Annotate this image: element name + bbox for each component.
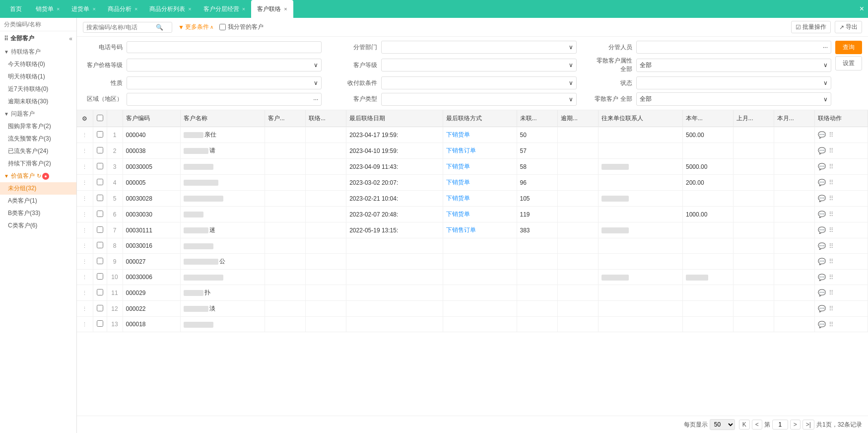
refresh-icon[interactable]: ↻ xyxy=(37,173,41,179)
grid-action-icon[interactable]: ⠿ xyxy=(829,163,834,170)
grid-action-icon[interactable]: ⠿ xyxy=(829,226,834,234)
col-overdue[interactable]: 逾期... xyxy=(557,110,598,127)
sidebar-item-class-b[interactable]: B类客户(33) xyxy=(0,207,76,219)
customer-grade-select[interactable]: ∨ xyxy=(381,59,576,72)
export-btn[interactable]: ↗ 导出 xyxy=(835,21,862,33)
row-settings[interactable]: ⋮ xyxy=(77,191,93,207)
phone-input[interactable] xyxy=(127,41,322,53)
region-select[interactable]: ··· xyxy=(127,93,322,106)
problem-customers-group[interactable]: ▼ 问题客户 xyxy=(0,108,76,120)
sidebar-collapse-icon[interactable]: « xyxy=(69,35,72,42)
row-settings[interactable]: ⋮ xyxy=(77,238,93,254)
col-name[interactable]: 客户名称 xyxy=(180,110,265,127)
grid-action-icon[interactable]: ⠿ xyxy=(829,321,834,328)
row-settings[interactable]: ⋮ xyxy=(77,175,93,191)
sidebar-item-class-c[interactable]: C类客户(6) xyxy=(0,219,76,232)
row-last-contact-method[interactable]: 下销货单 xyxy=(443,207,517,222)
col-unit-contact[interactable]: 往来单位联系人 xyxy=(599,110,683,127)
prev-page-btn[interactable]: < xyxy=(752,420,762,430)
sidebar-item-abnormal[interactable]: 囤购异常客户(2) xyxy=(0,120,76,133)
row-checkbox[interactable] xyxy=(93,207,107,222)
status-select[interactable]: ∨ xyxy=(636,76,831,89)
grid-action-icon[interactable]: ⠿ xyxy=(829,289,834,296)
tab-close-goods[interactable]: × xyxy=(134,6,137,12)
my-customers-filter[interactable]: 我分管的客户 xyxy=(219,23,264,31)
row-settings[interactable]: ⋮ xyxy=(77,301,93,317)
col-last-contact-date[interactable]: 最后联络日期 xyxy=(346,110,443,127)
chat-icon[interactable]: 💬 xyxy=(818,242,826,250)
last-page-btn[interactable]: >| xyxy=(802,420,814,430)
row-checkbox[interactable] xyxy=(93,301,107,317)
chat-icon[interactable]: 💬 xyxy=(818,305,826,312)
row-settings[interactable]: ⋮ xyxy=(77,254,93,270)
sidebar-item-overdue[interactable]: 逾期未联络(30) xyxy=(0,95,76,108)
tab-customer-segment[interactable]: 客户分层经营 × xyxy=(198,0,251,18)
col-no-contact[interactable]: 未联... xyxy=(517,110,557,127)
row-last-contact-method[interactable]: 下销货单 xyxy=(443,191,517,207)
reset-button[interactable]: 设置 xyxy=(835,56,862,71)
grid-action-icon[interactable]: ⠿ xyxy=(829,211,834,218)
tab-close-segment[interactable]: × xyxy=(242,6,245,12)
chat-icon[interactable]: 💬 xyxy=(818,211,826,218)
grid-action-icon[interactable]: ⠿ xyxy=(829,305,834,312)
row-checkbox[interactable] xyxy=(93,175,107,191)
value-customers-group[interactable]: ▼ 价值客户 ↻ ● xyxy=(0,170,76,182)
payment-select[interactable]: ∨ xyxy=(381,76,576,89)
col-code[interactable]: 客户编码 xyxy=(123,110,180,127)
tab-close-all[interactable]: × xyxy=(860,4,864,13)
grid-action-icon[interactable]: ⠿ xyxy=(829,274,834,281)
grid-action-icon[interactable]: ⠿ xyxy=(829,195,834,202)
retail-attr-select[interactable]: 全部 ∨ xyxy=(636,59,831,72)
sidebar-item-7days[interactable]: 近7天待联络(0) xyxy=(0,83,76,95)
more-conditions-btn[interactable]: ▼ 更多条件 ∧ xyxy=(178,23,213,31)
chat-icon[interactable]: 💬 xyxy=(818,321,826,328)
row-checkbox[interactable] xyxy=(93,285,107,301)
grid-action-icon[interactable]: ⠿ xyxy=(829,179,834,186)
tab-goods-analysis[interactable]: 商品分析 × xyxy=(102,0,143,18)
settings-icon[interactable]: ⚙ xyxy=(82,115,87,122)
col-last-month[interactable]: 上月... xyxy=(733,110,774,127)
grid-action-icon[interactable]: ⠿ xyxy=(829,147,834,154)
col-contact[interactable]: 联络... xyxy=(305,110,346,127)
row-settings[interactable]: ⋮ xyxy=(77,159,93,175)
price-grade-select[interactable]: ∨ xyxy=(127,59,322,72)
page-number-input[interactable] xyxy=(772,420,788,430)
tab-close-contact[interactable]: × xyxy=(284,6,287,12)
grid-action-icon[interactable]: ⠿ xyxy=(829,258,834,265)
tab-close-sales[interactable]: × xyxy=(57,6,60,12)
row-settings[interactable]: ⋮ xyxy=(77,317,93,332)
col-settings[interactable]: ⚙ xyxy=(77,110,93,127)
chat-icon[interactable]: 💬 xyxy=(818,289,826,296)
col-type[interactable]: 客户... xyxy=(265,110,305,127)
chat-icon[interactable]: 💬 xyxy=(818,179,826,186)
chat-icon[interactable]: 💬 xyxy=(818,226,826,234)
tab-home[interactable]: 首页 xyxy=(4,0,28,18)
tab-goods-analysis-list[interactable]: 商品分析列表 × xyxy=(143,0,197,18)
col-checkbox[interactable] xyxy=(93,110,107,127)
row-checkbox[interactable] xyxy=(93,143,107,159)
sidebar-item-tomorrow[interactable]: 明天待联络(1) xyxy=(0,71,76,83)
all-customers-header[interactable]: ⠿ 全部客户 « xyxy=(0,31,76,46)
chat-icon[interactable]: 💬 xyxy=(818,131,826,139)
chat-icon[interactable]: 💬 xyxy=(818,163,826,170)
row-checkbox[interactable] xyxy=(93,238,107,254)
chat-icon[interactable]: 💬 xyxy=(818,147,826,154)
row-last-contact-method[interactable]: 下销货单 xyxy=(443,127,517,143)
first-page-btn[interactable]: K xyxy=(739,420,750,430)
row-settings[interactable]: ⋮ xyxy=(77,127,93,143)
row-last-contact-method[interactable]: 下销售订单 xyxy=(443,143,517,159)
tab-sales[interactable]: 销货单 × xyxy=(30,0,66,18)
row-checkbox[interactable] xyxy=(93,159,107,175)
dept-select[interactable]: ∨ xyxy=(381,41,576,54)
row-checkbox[interactable] xyxy=(93,317,107,332)
row-checkbox[interactable] xyxy=(93,270,107,285)
batch-operations-btn[interactable]: ☑ 批量操作 xyxy=(791,21,831,33)
tab-purchase[interactable]: 进货单 × xyxy=(66,0,101,18)
chat-icon[interactable]: 💬 xyxy=(818,274,826,281)
tab-close-goods-list[interactable]: × xyxy=(188,6,191,12)
sidebar-item-today[interactable]: 今天待联络(0) xyxy=(0,58,76,71)
row-settings[interactable]: ⋮ xyxy=(77,222,93,238)
chat-icon[interactable]: 💬 xyxy=(818,195,826,202)
row-last-contact-method[interactable]: 下销货单 xyxy=(443,159,517,175)
sidebar-item-declining[interactable]: 持续下滑客户(2) xyxy=(0,157,76,170)
